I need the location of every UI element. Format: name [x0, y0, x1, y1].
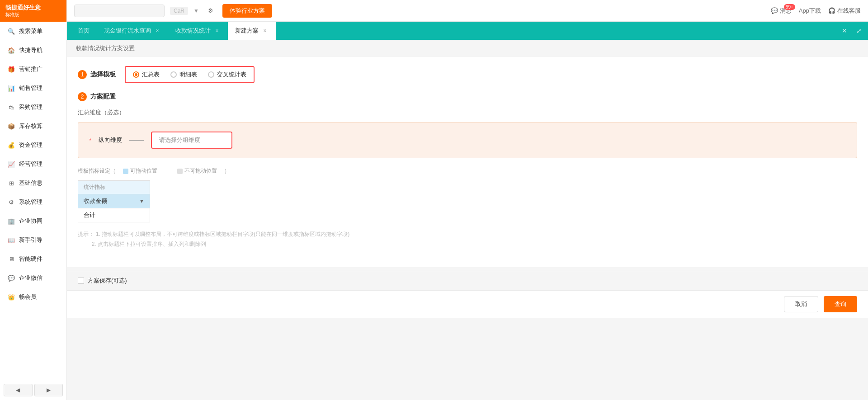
tab-cashflow-close[interactable]: × [154, 27, 161, 34]
sidebar-item-operation[interactable]: 📈 经营管理 [0, 155, 66, 174]
sidebar-item-label: 企业协同 [19, 217, 42, 225]
sidebar-item-nav[interactable]: 🏠 快捷导航 [0, 41, 66, 60]
sidebar-item-label: 经营管理 [19, 160, 42, 168]
corp-icon: 🏢 [7, 217, 15, 225]
sidebar-item-wechat[interactable]: 💬 企业微信 [0, 268, 66, 287]
grid-icon: ⊞ [7, 179, 15, 187]
sidebar-item-label: 基础信息 [19, 179, 42, 187]
user-text-display: CaR [170, 7, 188, 15]
compass-icon: 🏠 [7, 46, 15, 54]
notification-area[interactable]: 💬 消息 99+ [771, 7, 792, 15]
sidebar-item-label: 系统管理 [19, 198, 42, 206]
guide-icon: 📖 [7, 236, 15, 244]
online-service-link[interactable]: 🎧在线客服 [828, 7, 861, 15]
member-icon: 👑 [7, 293, 15, 301]
sidebar-bottom-btn1[interactable]: ◀ [4, 384, 33, 396]
legend-fixed: 不可拖动位置 [177, 167, 217, 175]
app-name: 畅捷通好生意 [5, 4, 41, 12]
tab-cashflow[interactable]: 现金银行流水查询 × [97, 22, 168, 40]
search-bar[interactable] [74, 5, 165, 17]
tip-row-1: 提示： 1. 拖动标题栏可以调整布局，不可跨维度或指标区域拖动栏目字段(只能在同… [78, 230, 857, 240]
tab-collection[interactable]: 收款情况统计 × [168, 22, 228, 40]
wechat-icon: 💬 [7, 274, 15, 282]
save-checkbox[interactable] [78, 278, 84, 284]
indicator-subheader[interactable]: 收款金额 ▼ [78, 194, 150, 208]
sidebar-item-label: 资金管理 [19, 141, 42, 149]
indicator-legend-prefix: 模板指标设定（ [78, 167, 116, 175]
tab-collection-label: 收款情况统计 [175, 27, 211, 35]
tabbar: 首页 现金银行流水查询 × 收款情况统计 × 新建方案 × ✕ ⤢ [67, 22, 868, 40]
headset-icon: 🎧 [828, 7, 835, 14]
dim-placeholder: 请选择分组维度 [159, 136, 200, 144]
tab-newplan[interactable]: 新建方案 × [228, 22, 276, 40]
app-version: 标准版 [5, 12, 41, 18]
search-icon: 🔍 [7, 27, 15, 35]
radio-summary[interactable]: 汇总表 [133, 71, 160, 79]
settings-icon[interactable]: ⚙ [204, 5, 217, 17]
sidebar-item-system[interactable]: ⚙ 系统管理 [0, 193, 66, 212]
sidebar-item-purchase[interactable]: 🛍 采购管理 [0, 98, 66, 117]
stats-label: 统计指标 [84, 184, 105, 191]
indicator-table: 统计指标 收款金额 ▼ 合计 [78, 180, 150, 222]
query-button[interactable]: 查询 [824, 296, 857, 312]
movable-dot [123, 169, 128, 174]
tip2-indent [78, 240, 90, 249]
tab-collection-close[interactable]: × [213, 27, 221, 34]
radio-summary-circle [133, 71, 139, 78]
chevron-icon: ▼ [139, 198, 144, 204]
sidebar-item-inventory[interactable]: 📦 库存核算 [0, 117, 66, 136]
sidebar-item-marketing[interactable]: 🎁 营销推广 [0, 60, 66, 79]
sidebar-item-label: 企业微信 [19, 274, 42, 282]
sidebar-item-finance[interactable]: 💰 资金管理 [0, 136, 66, 155]
maximize-btn[interactable]: ⤢ [854, 25, 864, 36]
topbar: CaR ▼ ⚙ 体验行业方案 💬 消息 99+ App下载 🎧在线客服 [67, 0, 868, 22]
step1-header: 1 选择模板 汇总表 明细表 交叉统计表 [78, 66, 857, 83]
sidebar-bottom-btn2[interactable]: ▶ [34, 384, 63, 396]
message-icon: 💬 [771, 7, 778, 14]
cancel-button[interactable]: 取消 [784, 296, 818, 312]
dim-label-text: 纵向维度 [99, 136, 122, 144]
tab-newplan-label: 新建方案 [235, 27, 259, 35]
main-area: CaR ▼ ⚙ 体验行业方案 💬 消息 99+ App下载 🎧在线客服 首页 现… [67, 0, 868, 400]
step1-section: 1 选择模板 汇总表 明细表 交叉统计表 [78, 66, 857, 83]
box-icon: 📦 [7, 122, 15, 130]
tip1: 1. 拖动标题栏可以调整布局，不可跨维度或指标区域拖动栏目字段(只能在同一维度或… [96, 230, 349, 240]
template-options: 汇总表 明细表 交叉统计表 [125, 66, 255, 83]
sidebar-item-label: 搜索菜单 [19, 27, 42, 35]
sidebar-item-sales[interactable]: 📊 销售管理 [0, 79, 66, 98]
dim-select[interactable]: 请选择分组维度 [151, 132, 232, 149]
legend-movable: 可拖动位置 [123, 167, 157, 175]
breadcrumb: 收款情况统计方案设置 [67, 40, 868, 57]
sidebar-item-label: 采购管理 [19, 103, 42, 111]
sidebar: 畅捷通好生意 标准版 🔍 搜索菜单 🏠 快捷导航 🎁 营销推广 📊 销售管理 🛍… [0, 0, 67, 400]
sidebar-item-label: 畅会员 [19, 293, 37, 301]
dimension-row: * 纵向维度 —— 请选择分组维度 [89, 132, 846, 149]
sidebar-item-hardware[interactable]: 🖥 智能硬件 [0, 249, 66, 268]
dimension-section-label: 汇总维度（必选） [78, 108, 857, 117]
sidebar-item-basic[interactable]: ⊞ 基础信息 [0, 174, 66, 193]
tab-newplan-close[interactable]: × [261, 27, 269, 34]
tips-section: 提示： 1. 拖动标题栏可以调整布局，不可跨维度或指标区域拖动栏目字段(只能在同… [78, 230, 857, 249]
indicator-legend-sep [165, 167, 170, 175]
tab-cashflow-label: 现金银行流水查询 [104, 27, 151, 35]
indicator-header: 统计指标 [78, 181, 150, 194]
fixed-label: 不可拖动位置 [184, 167, 217, 175]
sidebar-bottom: ◀ ▶ [0, 380, 66, 400]
radio-crosstab[interactable]: 交叉统计表 [208, 71, 246, 79]
chart-icon: 📊 [7, 84, 15, 92]
sidebar-item-search[interactable]: 🔍 搜索菜单 [0, 22, 66, 41]
app-download-link[interactable]: App下载 [799, 7, 821, 15]
radio-detail[interactable]: 明细表 [170, 71, 197, 79]
content-area: 收款情况统计方案设置 1 选择模板 汇总表 明细表 [67, 40, 868, 400]
sidebar-item-label: 智能硬件 [19, 255, 42, 263]
bag-icon: 🛍 [7, 103, 15, 111]
sidebar-item-corp[interactable]: 🏢 企业协同 [0, 212, 66, 231]
tab-home[interactable]: 首页 [71, 22, 97, 40]
sidebar-item-guide[interactable]: 📖 新手引导 [0, 231, 66, 249]
close-window-btn[interactable]: ✕ [839, 25, 850, 36]
fixed-dot [177, 169, 183, 174]
tabbar-right: ✕ ⤢ [839, 25, 864, 36]
sidebar-item-member[interactable]: 👑 畅会员 [0, 287, 66, 306]
trial-button[interactable]: 体验行业方案 [222, 4, 272, 18]
indicator-subtotal: 合计 [84, 212, 95, 218]
